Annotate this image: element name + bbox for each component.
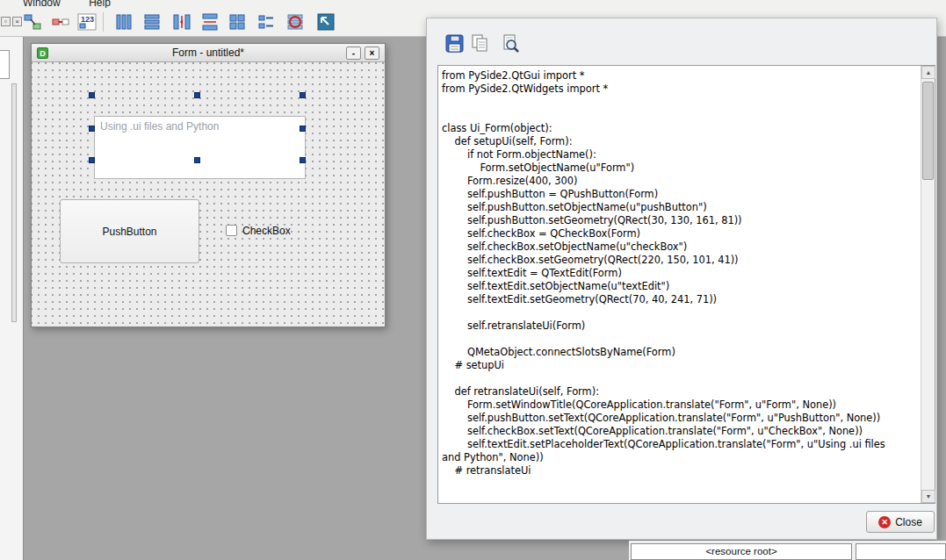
print-preview-icon[interactable] xyxy=(500,32,521,54)
selection-handle-top-center[interactable] xyxy=(194,92,200,98)
widget-box-scrollbar[interactable] xyxy=(11,83,17,322)
selection-handle-bottom-right[interactable] xyxy=(300,157,306,163)
form-designer-window: D Form - untitled* - × Using .ui files a… xyxy=(31,43,386,327)
textedit-widget[interactable]: Using .ui files and Python xyxy=(94,116,306,179)
menu-item-help[interactable]: Help xyxy=(89,0,111,8)
resource-side-box[interactable] xyxy=(856,543,946,560)
close-button-label: Close xyxy=(895,516,922,528)
code-preview-dialog: from PySide2.QtGui import * from PySide2… xyxy=(426,18,937,540)
layout-form-icon[interactable] xyxy=(255,11,278,33)
edit-tab-order-icon[interactable]: 123 xyxy=(76,11,98,33)
menu-item-window[interactable]: Window xyxy=(23,0,61,8)
minimize-button[interactable]: - xyxy=(346,47,361,60)
layout-horizontal-icon[interactable] xyxy=(112,11,135,33)
splitter-vertical-icon[interactable] xyxy=(199,11,221,33)
selection-handle-mid-right[interactable] xyxy=(300,126,306,132)
svg-text:123: 123 xyxy=(81,15,94,24)
selection-handle-top-left[interactable] xyxy=(89,92,95,98)
textedit-placeholder: Using .ui files and Python xyxy=(95,117,305,136)
designer-form-icon: D xyxy=(37,47,48,59)
resource-browser-panel: <resource root> xyxy=(629,541,946,560)
splitter-horizontal-icon[interactable] xyxy=(170,11,193,33)
menu-bar: Window Help xyxy=(0,0,946,8)
scroll-down-icon[interactable]: ▼ xyxy=(921,490,935,503)
form-canvas[interactable]: Using .ui files and Python PushButton Ch… xyxy=(32,62,385,327)
adjust-size-icon[interactable] xyxy=(314,11,337,33)
pushbutton-widget[interactable]: PushButton xyxy=(60,199,199,263)
widgetbox-float-icon[interactable]: ▫ xyxy=(1,17,11,26)
checkbox-widget[interactable] xyxy=(226,225,237,236)
resource-root-item[interactable]: <resource root> xyxy=(631,543,852,560)
close-x-icon: ✕ xyxy=(878,516,891,528)
widget-filter-input[interactable] xyxy=(0,50,10,79)
selection-handle-bottom-center[interactable] xyxy=(194,157,200,163)
code-view[interactable]: from PySide2.QtGui import * from PySide2… xyxy=(437,65,935,504)
code-text[interactable]: from PySide2.QtGui import * from PySide2… xyxy=(442,69,917,499)
edit-buddies-icon[interactable] xyxy=(49,11,72,33)
selection-handle-bottom-left[interactable] xyxy=(89,157,95,163)
layout-vertical-icon[interactable] xyxy=(141,11,163,33)
edit-signals-slots-icon[interactable] xyxy=(21,11,44,33)
selection-handle-mid-left[interactable] xyxy=(89,126,95,132)
toolbar-separator xyxy=(103,12,104,32)
close-button[interactable]: × xyxy=(365,47,379,60)
scrollbar-thumb[interactable] xyxy=(922,82,934,180)
save-icon[interactable] xyxy=(444,32,465,54)
scroll-up-icon[interactable]: ▲ xyxy=(921,66,935,79)
code-scrollbar[interactable]: ▲ ▼ xyxy=(921,66,935,503)
break-layout-icon[interactable] xyxy=(284,11,307,33)
checkbox-label[interactable]: CheckBox xyxy=(242,225,291,237)
layout-grid-icon[interactable] xyxy=(226,11,249,33)
form-window-title: Form - untitled* xyxy=(172,47,244,59)
dialog-close-button[interactable]: ✕ Close xyxy=(866,511,935,533)
copy-icon[interactable] xyxy=(469,32,490,54)
form-window-titlebar[interactable]: D Form - untitled* - × xyxy=(32,44,385,62)
selection-handle-top-right[interactable] xyxy=(300,92,306,98)
widget-box-dock xyxy=(0,37,24,560)
